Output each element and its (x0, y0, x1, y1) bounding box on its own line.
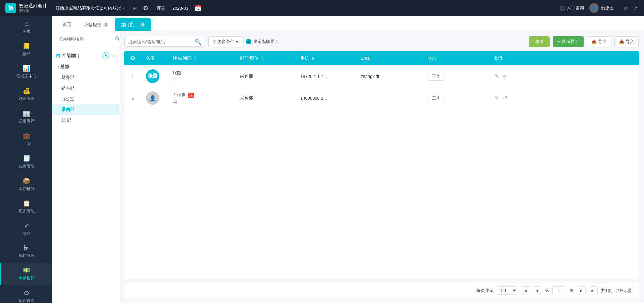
dept-item-caigoubu[interactable]: 采购部 (52, 104, 119, 115)
sidebar-item-tax[interactable]: 📋 税务管理 (0, 196, 52, 218)
show-resigned-row: 显示离职员工 (246, 39, 279, 45)
window-controls: ✕ ⤢ (622, 4, 639, 13)
sidebar-item-general-ledger[interactable]: 📒 总账 (0, 38, 52, 61)
phone-sort-icon[interactable]: ⇅ (312, 57, 314, 60)
tab-dept-close[interactable]: ✕ (140, 22, 145, 27)
top-right: 🎧 人工咨询 👤 畅捷通 ✕ ⤢ (560, 3, 639, 13)
add-employee-button[interactable]: + 新增员工 (553, 36, 584, 47)
dept-item-caiwubu[interactable]: 财务部 (52, 72, 119, 83)
company-selector[interactable]: 江西服宝精品有限责任公司内账张 ▾ (56, 5, 125, 11)
tab-expense-close[interactable]: ✕ (103, 22, 108, 27)
user-area[interactable]: 👤 畅捷通 (589, 3, 614, 13)
show-resigned-label: 显示离职员工 (253, 39, 279, 45)
sidebar-item-expense[interactable]: 💵 小畅报销 (0, 263, 52, 285)
row-num: 2 (124, 87, 141, 109)
expense-icon: 💵 (23, 267, 30, 274)
row-num: 1 (124, 65, 141, 87)
sidebar-item-home[interactable]: ⌂ 首页 (0, 16, 52, 38)
home-icon: ⌂ (25, 20, 29, 27)
sidebar: ⌂ 首页 📒 总账 📊 云报表中心 💰 资金管理 🏢 固定资产 💼 工资 🧾 发… (0, 16, 52, 303)
next-page-button[interactable]: ► (577, 286, 586, 295)
sidebar-item-fund[interactable]: 💰 资金管理 (0, 83, 52, 106)
dept-cell: 采购部 (235, 65, 296, 87)
collapse-icon[interactable]: « (113, 54, 115, 58)
first-page-button[interactable]: |◄ (521, 286, 529, 295)
settings-button[interactable]: ⚙ (143, 4, 148, 12)
page-di-label: 第 (545, 288, 549, 294)
col-dept[interactable]: 部门/职位 ⇅ (235, 51, 296, 65)
tab-expense[interactable]: 小畅报销 ✕ (78, 18, 114, 31)
invite-button[interactable]: 邀请 (529, 36, 550, 47)
edit-employee-icon[interactable]: ✎ (495, 73, 499, 79)
search-input[interactable] (128, 39, 193, 44)
col-name[interactable]: 姓名/编码 ⇅ (168, 51, 235, 65)
all-dept-label: 全部部门 (62, 53, 79, 59)
status-cell: 正常 (423, 65, 490, 87)
all-dept-row[interactable]: ⊞ 全部部门 ✎ « (52, 50, 119, 61)
sidebar-item-archive[interactable]: 🗄 归档管理 (0, 241, 52, 263)
avatar-cell: 张照 (141, 65, 168, 87)
dept-item-zongbu[interactable]: ▾ 总部 (52, 61, 119, 72)
dept-search-input[interactable] (56, 35, 112, 43)
sidebar-item-salary[interactable]: 💼 工资 (0, 128, 52, 151)
fixed-assets-icon: 🏢 (23, 110, 30, 117)
sidebar-item-settlement[interactable]: ✔ 结账 (0, 218, 52, 241)
calendar-icon[interactable]: 📅 (194, 4, 201, 12)
dept-cell: 采购部 (235, 87, 296, 109)
search-box: 🔍 (124, 37, 205, 47)
reports-icon: 📊 (23, 65, 30, 72)
last-page-button[interactable]: ►| (589, 286, 598, 295)
prev-page-button[interactable]: ◄ (533, 286, 541, 295)
period-label: 账期 (157, 5, 166, 11)
logout-employee-icon[interactable]: ⎋ (503, 73, 506, 79)
action-cell: ✎ ↺ (490, 87, 639, 109)
service-button[interactable]: 🎧 人工咨询 (560, 5, 584, 11)
dept-search-icon[interactable]: 🔍 (114, 36, 119, 42)
col-email: Email (356, 51, 423, 65)
ledger-icon: 📒 (23, 42, 30, 50)
logo-area: 畅 畅捷通好会计 旗舰版 (5, 3, 52, 13)
filter-dropdown-icon: ▾ (236, 39, 238, 44)
sidebar-item-reports[interactable]: 📊 云报表中心 (0, 61, 52, 83)
user-avatar: 👤 (589, 3, 599, 13)
sidebar-item-fixed-assets[interactable]: 🏢 固定资产 (0, 106, 52, 128)
search-icon[interactable]: 🔍 (195, 39, 201, 45)
dept-tree: ⊞ 全部部门 ✎ « ▾ 总部 财务部 销售部 (52, 47, 119, 303)
maximize-window-button[interactable]: ⤢ (632, 4, 639, 13)
tab-dept[interactable]: 部门员工 ✕ (115, 18, 151, 31)
edit-employee-icon[interactable]: ✎ (495, 95, 499, 101)
dept-item-zongbu2[interactable]: 总 部 (52, 115, 119, 126)
export-button[interactable]: 📤 导出 (587, 36, 611, 47)
page-input[interactable] (552, 286, 566, 295)
dept-item-xiaoshoubu[interactable]: 销售部 (52, 83, 119, 94)
name-sort-icon[interactable]: ⇅ (194, 57, 197, 60)
ying-tag: 应 (188, 93, 194, 98)
delete-employee-icon[interactable]: ↺ (503, 95, 507, 101)
col-phone[interactable]: 手机 ⇅ (296, 51, 356, 65)
sidebar-item-label: 归档管理 (18, 253, 35, 259)
sidebar-item-label: 固定资产 (18, 118, 35, 124)
dept-edit-button[interactable]: ✎ (102, 52, 109, 59)
add-tab-button[interactable]: ＋ (131, 4, 138, 12)
employee-avatar: 👤 (146, 91, 159, 105)
sidebar-item-label: 结账 (22, 231, 31, 237)
dept-item-bangongshi[interactable]: 办公室 (52, 94, 119, 104)
col-settings[interactable]: ⚙ (124, 51, 141, 65)
tab-bar: 首页 小畅报销 ✕ 部门员工 ✕ (52, 16, 644, 31)
tab-home[interactable]: 首页 (57, 18, 77, 31)
settlement-icon: ✔ (24, 222, 29, 230)
close-window-button[interactable]: ✕ (622, 4, 629, 13)
employee-code: 12 (173, 99, 230, 104)
sidebar-item-invoice[interactable]: 🧾 发票管理 (0, 151, 52, 173)
per-page-select[interactable]: 50 10 20 100 (497, 286, 517, 295)
filter-button[interactable]: ▽ 更多条件 ▾ (208, 36, 243, 47)
company-name: 江西服宝精品有限责任公司内账张 (56, 5, 121, 11)
table-settings-icon[interactable]: ⚙ (130, 55, 135, 61)
dept-sort-icon[interactable]: ⇅ (261, 57, 264, 60)
sidebar-item-inventory[interactable]: 📦 库存核算 (0, 173, 52, 196)
sidebar-item-basic-settings[interactable]: ⚙ 基础设置 (0, 285, 52, 303)
import-button[interactable]: 📥 导入 (614, 36, 639, 47)
headset-icon: 🎧 (560, 6, 565, 11)
name-cell: 张熙 11 (168, 65, 235, 87)
show-resigned-checkbox[interactable] (246, 39, 251, 44)
